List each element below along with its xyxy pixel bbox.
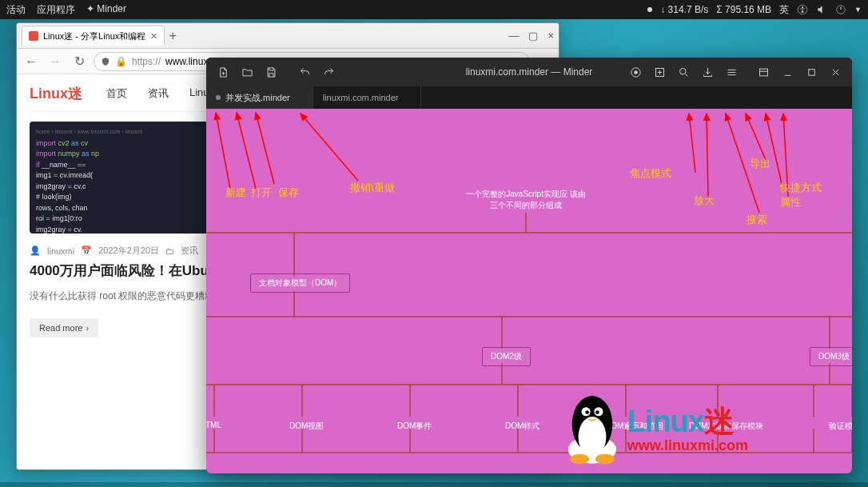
current-app-indicator[interactable]: ✦ Minder (86, 3, 126, 17)
tab-modified-dot-icon (216, 95, 221, 100)
save-file-button[interactable] (261, 62, 281, 82)
svg-point-26 (595, 410, 599, 414)
accessibility-icon[interactable] (797, 4, 808, 15)
anno-open: 打开 (251, 186, 272, 200)
watermark: Linux迷 www.linuxmi.com (560, 389, 748, 465)
anno-shortcut: 快捷方式 (780, 181, 822, 195)
browser-tab-active[interactable]: Linux迷 - 分享Linux和编程 × (22, 26, 165, 46)
svg-rect-7 (759, 69, 767, 76)
back-button[interactable]: ← (22, 52, 41, 71)
minder-tab-1[interactable]: linuxmi.com.minder (313, 86, 422, 109)
mindmap-node-domview[interactable]: DOM视图 (286, 419, 327, 433)
system-menu-chevron-icon[interactable]: ▼ (854, 6, 862, 14)
article-author[interactable]: linuxmi (47, 246, 74, 256)
activities-button[interactable]: 活动 (6, 3, 26, 17)
mindmap-node-html[interactable]: TML (206, 419, 225, 431)
menu-button[interactable] (721, 62, 742, 82)
site-logo[interactable]: Linux迷 (30, 84, 82, 103)
window-maximize-button[interactable]: ▢ (528, 30, 538, 42)
lock-icon: 🔒 (115, 56, 127, 67)
tux-penguin-icon (560, 389, 624, 465)
zoom-button[interactable] (649, 62, 670, 82)
open-file-button[interactable] (237, 62, 257, 82)
anno-focus: 焦点模式 (630, 166, 671, 181)
tab-favicon-icon (29, 31, 38, 41)
focus-mode-button[interactable] (625, 62, 646, 82)
svg-point-6 (679, 68, 686, 74)
net-down-indicator: ↓ 314.7 B/s (660, 4, 708, 15)
export-button[interactable] (697, 62, 718, 82)
svg-rect-8 (808, 69, 814, 75)
volume-icon[interactable] (816, 4, 827, 15)
tab-title: Linux迷 - 分享Linux和编程 (43, 30, 145, 42)
author-icon: 👤 (30, 245, 41, 256)
gnome-top-panel: 活动 应用程序 ✦ Minder ↓ 314.7 B/s Σ 795.16 MB… (0, 0, 868, 19)
dock-hint (0, 482, 868, 487)
chevron-right-icon: › (86, 323, 89, 333)
applications-button[interactable]: 应用程序 (37, 3, 75, 17)
reload-button[interactable]: ↻ (70, 52, 89, 71)
redo-button[interactable] (318, 62, 339, 82)
svg-point-28 (595, 454, 615, 465)
minder-close-button[interactable] (825, 62, 846, 82)
nav-news[interactable]: 资讯 (148, 86, 169, 101)
anno-new: 新建 (225, 186, 246, 200)
anno-save: 保存 (278, 186, 299, 200)
watermark-url: www.linuxmi.com (627, 437, 748, 454)
new-tab-button[interactable]: + (169, 29, 177, 43)
article-hero-code-image[interactable]: home › linuxmi › www.linuxmi.com › linux… (30, 122, 213, 234)
svg-point-25 (585, 410, 589, 414)
anno-export: 导出 (750, 157, 770, 171)
window-minimize-button[interactable]: — (508, 30, 519, 42)
minder-tab-bar: 并发实战.minder linuxmi.com.minder (206, 86, 852, 109)
minder-minimize-button[interactable] (777, 62, 798, 82)
power-icon[interactable] (835, 4, 846, 15)
mindmap-node-dom[interactable]: 文档对象模型（DOM） (250, 273, 350, 293)
mindmap-root-node[interactable]: 一个完整的JavaScript实现应 该由三个不同的部分组成 (462, 187, 590, 213)
anno-properties: 属性 (780, 195, 801, 210)
mindmap-node-dom3[interactable]: DOM3级 (810, 347, 852, 366)
mindmap-node-domstyle[interactable]: DOM样式 (502, 419, 543, 433)
article-category[interactable]: 资讯 (181, 245, 198, 257)
nav-home[interactable]: 首页 (106, 86, 127, 101)
forward-button[interactable]: → (46, 52, 65, 71)
anno-undo-redo: 撤销\重做 (350, 181, 395, 195)
search-button[interactable] (673, 62, 694, 82)
net-up-indicator: Σ 795.16 MB (716, 4, 771, 15)
anno-zoom: 放大 (694, 194, 715, 208)
mindmap-node-domevent[interactable]: DOM事件 (394, 419, 435, 433)
site-nav: 首页 资讯 Linu (106, 86, 209, 101)
svg-point-4 (634, 70, 637, 74)
mindmap-canvas[interactable]: 一个完整的JavaScript实现应 该由三个不同的部分组成 文档对象模型（DO… (206, 109, 852, 473)
mindmap-node-dom2[interactable]: DOM2级 (482, 347, 531, 366)
shield-icon (101, 57, 110, 66)
article-date: 2022年2月20日 (98, 245, 159, 257)
input-method-indicator[interactable]: 英 (779, 3, 789, 17)
read-more-button[interactable]: Read more › (30, 318, 98, 337)
mindmap-node-domval[interactable]: 验证模块 (826, 419, 852, 433)
new-file-button[interactable] (213, 62, 233, 82)
notification-dot-icon (647, 7, 652, 12)
folder-icon: 🗀 (165, 246, 174, 256)
tab-close-icon[interactable]: × (150, 30, 157, 42)
browser-tab-bar: Linux迷 - 分享Linux和编程 × + — ▢ × (17, 23, 559, 49)
properties-panel-button[interactable] (753, 62, 774, 82)
svg-point-1 (802, 6, 803, 8)
url-scheme: https:// (132, 56, 161, 67)
calendar-icon: 📅 (81, 245, 92, 256)
minder-tab-0[interactable]: 并发实战.minder (206, 86, 313, 109)
minder-window: linuxmi.com.minder — Minder 并发实战.minder … (206, 58, 852, 473)
anno-search: 搜索 (747, 213, 767, 227)
window-close-button[interactable]: × (547, 30, 554, 42)
undo-button[interactable] (294, 62, 315, 82)
minder-header-bar: linuxmi.com.minder — Minder (206, 58, 852, 86)
svg-point-22 (578, 417, 606, 457)
minder-maximize-button[interactable] (801, 62, 822, 82)
svg-point-27 (570, 454, 589, 465)
